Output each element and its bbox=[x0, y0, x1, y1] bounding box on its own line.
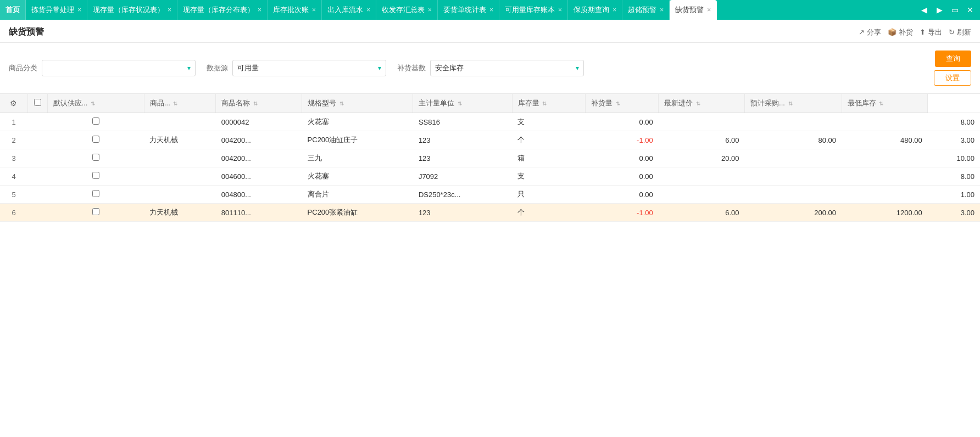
data-source-label: 数据源 bbox=[207, 63, 228, 73]
nav-restore-button[interactable]: ▭ bbox=[947, 2, 962, 18]
cell-unit: 箱 bbox=[512, 149, 585, 167]
th-restock-qty[interactable]: 补货量 ⇅ bbox=[585, 94, 658, 113]
row-checkbox[interactable] bbox=[92, 154, 99, 161]
query-button[interactable]: 查询 bbox=[935, 51, 971, 67]
close-tab-overstock-warning[interactable]: × bbox=[660, 6, 664, 14]
th-gear[interactable]: ⚙ bbox=[0, 94, 27, 113]
row-gear-cell bbox=[27, 149, 47, 167]
close-tab-receive-summary[interactable]: × bbox=[428, 6, 432, 14]
close-tab-stockout-warning[interactable]: × bbox=[707, 6, 711, 14]
export-button[interactable]: ⬆ 导出 bbox=[920, 27, 942, 37]
th-product-name[interactable]: 商品名称 ⇅ bbox=[216, 94, 302, 113]
th-est-purchase[interactable]: 预计采购... ⇅ bbox=[745, 94, 842, 113]
filter-area: 商品分类 ▾ 数据源 可用量 ▾ 补货基数 安全库存 ▾ 查询 设置 bbox=[0, 43, 980, 94]
cell-product-name: 火花塞 bbox=[302, 113, 413, 131]
th-product-code[interactable]: 商品... ⇅ bbox=[144, 94, 215, 113]
row-checkbox-cell[interactable] bbox=[47, 131, 144, 149]
restock-base-select[interactable]: 安全库存 ▾ bbox=[430, 60, 584, 76]
th-min-stock[interactable]: 最低库存 ⇅ bbox=[842, 94, 928, 113]
row-number: 3 bbox=[0, 149, 27, 167]
cell-unit: 个 bbox=[512, 204, 585, 222]
page-content: 缺货预警 ↗ 分享 📦 补货 ⬆ 导出 ↻ 刷新 商品分类 bbox=[0, 20, 980, 437]
table-row: 1 0000042 火花塞 SS816 支 0.00 8.00 bbox=[0, 113, 980, 131]
product-category-label: 商品分类 bbox=[9, 63, 37, 73]
restock-base-label: 补货基数 bbox=[397, 63, 426, 73]
row-checkbox-cell[interactable] bbox=[47, 113, 144, 131]
nav-tab-stock-dist[interactable]: 现存量（库存分布表） × bbox=[177, 0, 268, 20]
cell-min-stock: 1.00 bbox=[928, 186, 980, 204]
nav-next-button[interactable]: ▶ bbox=[932, 2, 947, 18]
cell-default-supplier bbox=[144, 149, 215, 167]
th-default-supplier[interactable]: 默认供应... ⇅ bbox=[47, 94, 144, 113]
refresh-button[interactable]: ↻ 刷新 bbox=[949, 27, 971, 37]
cell-latest-price: 200.00 bbox=[745, 204, 842, 222]
nav-tab-in-out-flow[interactable]: 出入库流水 × bbox=[322, 0, 376, 20]
row-checkbox[interactable] bbox=[92, 172, 99, 179]
nav-tab-batch-account[interactable]: 库存批次账 × bbox=[268, 0, 322, 20]
select-all-checkbox[interactable] bbox=[34, 99, 41, 106]
data-source-value: 可用量 bbox=[237, 63, 259, 73]
cell-est-purchase: 480.00 bbox=[842, 131, 928, 149]
row-checkbox[interactable] bbox=[92, 117, 99, 125]
cell-min-stock: 3.00 bbox=[928, 204, 980, 222]
cell-default-supplier bbox=[144, 186, 215, 204]
close-tab-batch-account[interactable]: × bbox=[312, 6, 316, 14]
cell-stock-qty: 0.00 bbox=[585, 186, 658, 204]
row-checkbox-cell[interactable] bbox=[47, 186, 144, 204]
row-gear-cell bbox=[27, 167, 47, 186]
row-gear-cell bbox=[27, 204, 47, 222]
row-number: 2 bbox=[0, 131, 27, 149]
table-row: 6 力天机械 801110... PC200张紧油缸 123 个 -1.00 6… bbox=[0, 204, 980, 222]
nav-tab-expiry-query[interactable]: 保质期查询 × bbox=[568, 0, 622, 20]
table-row: 2 力天机械 004200... PC200油缸庄子 123 个 -1.00 6… bbox=[0, 131, 980, 149]
nav-prev-button[interactable]: ◀ bbox=[916, 2, 932, 18]
th-stock-qty[interactable]: 库存量 ⇅ bbox=[512, 94, 585, 113]
data-source-select[interactable]: 可用量 ▾ bbox=[232, 60, 386, 76]
close-tab-stock-status[interactable]: × bbox=[168, 6, 171, 14]
row-gear-cell bbox=[27, 131, 47, 149]
cell-product-code: 004200... bbox=[216, 149, 302, 167]
nav-tab-stockout-warning[interactable]: 缺货预警 × bbox=[670, 0, 717, 20]
nav-tab-available-account[interactable]: 可用量库存账本 × bbox=[499, 0, 568, 20]
row-checkbox[interactable] bbox=[92, 136, 99, 143]
restock-button[interactable]: 📦 补货 bbox=[888, 27, 913, 37]
row-checkbox[interactable] bbox=[92, 190, 99, 197]
cell-spec: J7092 bbox=[413, 167, 512, 186]
row-checkbox-cell[interactable] bbox=[47, 167, 144, 186]
close-tab-stock-dist[interactable]: × bbox=[258, 6, 261, 14]
close-tab-expiry-query[interactable]: × bbox=[612, 6, 616, 14]
cell-latest-price bbox=[745, 186, 842, 204]
product-category-arrow-icon: ▾ bbox=[187, 64, 191, 72]
cell-product-name: PC200油缸庄子 bbox=[302, 131, 413, 149]
product-category-select[interactable]: ▾ bbox=[42, 60, 196, 76]
th-latest-price[interactable]: 最新进价 ⇅ bbox=[659, 94, 745, 113]
nav-tab-receive-summary[interactable]: 收发存汇总表 × bbox=[376, 0, 438, 20]
data-source-arrow-icon: ▾ bbox=[378, 64, 381, 72]
cell-min-stock: 8.00 bbox=[928, 113, 980, 131]
close-tab-in-out-flow[interactable]: × bbox=[366, 6, 370, 14]
share-button[interactable]: ↗ 分享 bbox=[859, 27, 881, 37]
close-tab-pick-exception[interactable]: × bbox=[77, 6, 81, 14]
th-unit[interactable]: 主计量单位 ⇅ bbox=[413, 94, 512, 113]
cell-default-supplier: 力天机械 bbox=[144, 131, 215, 149]
nav-tab-pick-exception[interactable]: 拣货异常处理 × bbox=[26, 0, 87, 20]
row-checkbox[interactable] bbox=[92, 208, 99, 215]
row-checkbox-cell[interactable] bbox=[47, 204, 144, 222]
th-spec[interactable]: 规格型号 ⇅ bbox=[302, 94, 413, 113]
nav-tab-home[interactable]: 首页 bbox=[0, 0, 26, 20]
gear-icon[interactable]: ⚙ bbox=[10, 99, 17, 108]
cell-stock-qty: -1.00 bbox=[585, 131, 658, 149]
settings-button[interactable]: 设置 bbox=[934, 70, 971, 86]
row-checkbox-cell[interactable] bbox=[47, 149, 144, 167]
close-tab-available-account[interactable]: × bbox=[558, 6, 562, 14]
close-tab-order-stats[interactable]: × bbox=[489, 6, 493, 14]
cell-unit: 个 bbox=[512, 131, 585, 149]
nav-tab-overstock-warning[interactable]: 超储预警 × bbox=[622, 0, 670, 20]
sort-unit-icon: ⇅ bbox=[458, 100, 462, 107]
nav-tab-order-stats[interactable]: 要货单统计表 × bbox=[438, 0, 499, 20]
nav-close-button[interactable]: ✕ bbox=[962, 2, 978, 18]
th-checkbox[interactable] bbox=[27, 94, 47, 113]
table-row: 5 004800... 离合片 DS250*23c... 只 0.00 1.00 bbox=[0, 186, 980, 204]
nav-tab-stock-status[interactable]: 现存量（库存状况表） × bbox=[87, 0, 177, 20]
cell-default-supplier bbox=[144, 113, 215, 131]
